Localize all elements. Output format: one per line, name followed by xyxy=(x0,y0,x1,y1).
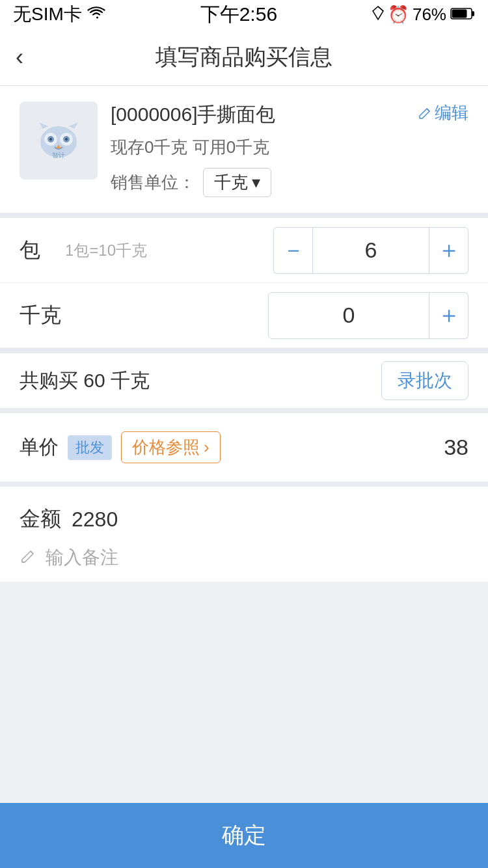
amount-label: 金额 xyxy=(20,505,61,534)
alarm-icon: ⏰ xyxy=(388,5,409,25)
chevron-right-icon: › xyxy=(204,437,210,457)
bao-row: 包 1包=10千克 － ＋ xyxy=(0,218,488,283)
product-image: 智计 xyxy=(20,102,98,180)
kg-row: 千克 ＋ xyxy=(0,283,488,348)
price-label: 单价 xyxy=(20,434,59,461)
note-row[interactable]: 输入备注 xyxy=(20,545,468,570)
price-ref-button[interactable]: 价格参照 › xyxy=(121,431,221,463)
svg-marker-12 xyxy=(69,122,78,129)
svg-point-9 xyxy=(65,138,68,141)
bao-minus-button[interactable]: － xyxy=(273,227,312,274)
summary-row: 共购买 60 千克 录批次 xyxy=(0,348,488,413)
svg-rect-2 xyxy=(452,9,467,18)
product-card: 智计 [0000006]手撕面包 编辑 现存0千克 可用0千克 销售单位： 千克… xyxy=(0,86,488,218)
bao-hint: 1包=10千克 xyxy=(65,240,273,261)
kg-plus-button[interactable]: ＋ xyxy=(429,292,468,339)
kg-label: 千克 xyxy=(20,301,61,330)
svg-marker-11 xyxy=(39,122,48,129)
summary-text: 共购买 60 千克 xyxy=(20,368,150,394)
bao-controls: － ＋ xyxy=(273,227,468,274)
battery-text: 76% xyxy=(413,5,446,25)
product-name: [0000006]手撕面包 xyxy=(111,102,275,128)
kg-input[interactable] xyxy=(268,292,429,339)
product-stock: 现存0千克 可用0千克 xyxy=(111,136,468,159)
wifi-icon xyxy=(87,4,105,25)
edit-button[interactable]: 编辑 xyxy=(418,102,468,124)
carrier-text: 无SIM卡 xyxy=(13,2,82,27)
status-left: 无SIM卡 xyxy=(13,2,105,27)
location-icon xyxy=(372,5,384,25)
footer[interactable]: 确定 xyxy=(0,803,488,868)
record-batch-button[interactable]: 录批次 xyxy=(381,361,468,400)
back-button[interactable]: ‹ xyxy=(16,44,23,71)
quantity-section: 包 1包=10千克 － ＋ 千克 ＋ xyxy=(0,218,488,348)
batch-badge: 批发 xyxy=(68,435,112,460)
status-time: 下午2:56 xyxy=(200,1,277,28)
bao-plus-button[interactable]: ＋ xyxy=(429,227,468,274)
amount-section: 金额 2280 输入备注 xyxy=(0,487,488,582)
nav-bar: ‹ 填写商品购买信息 xyxy=(0,29,488,86)
page-title: 填写商品购买信息 xyxy=(156,42,332,72)
bao-input[interactable] xyxy=(312,227,429,274)
kg-controls: ＋ xyxy=(268,292,468,339)
product-info: [0000006]手撕面包 编辑 现存0千克 可用0千克 销售单位： 千克 ▾ xyxy=(111,102,468,197)
pencil-icon xyxy=(20,547,38,569)
bao-label: 包 xyxy=(20,236,59,265)
price-section: 单价 批发 价格参照 › 38 xyxy=(0,413,488,487)
amount-value: 2280 xyxy=(72,508,118,532)
gray-spacer xyxy=(0,582,488,816)
svg-point-8 xyxy=(49,138,52,141)
unit-label: 销售单位： xyxy=(111,171,195,194)
chevron-down-icon: ▾ xyxy=(252,172,260,193)
note-placeholder: 输入备注 xyxy=(46,545,118,570)
status-bar: 无SIM卡 下午2:56 ⏰ 76% xyxy=(0,0,488,29)
battery-icon xyxy=(450,5,475,25)
unit-selector[interactable]: 千克 ▾ xyxy=(203,168,271,197)
price-value: 38 xyxy=(444,435,468,460)
svg-text:智计: 智计 xyxy=(52,152,65,159)
status-right: ⏰ 76% xyxy=(372,5,475,25)
confirm-button[interactable]: 确定 xyxy=(222,821,266,850)
svg-rect-1 xyxy=(472,11,474,16)
